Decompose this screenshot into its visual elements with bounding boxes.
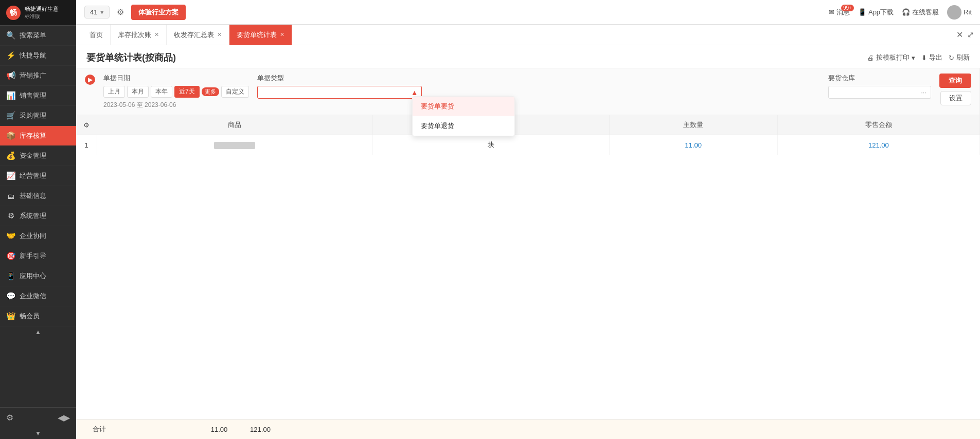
scroll-down-icon[interactable]: ▼ xyxy=(34,429,42,438)
close-tab-order-summary[interactable]: ✕ xyxy=(280,31,284,38)
close-all-tabs-button[interactable]: ✕ xyxy=(956,30,963,40)
export-action[interactable]: ⬇ 导出 xyxy=(921,53,942,62)
sidebar-item-inventory[interactable]: 📦 库存核算 xyxy=(0,126,76,146)
scroll-up-icon[interactable]: ▲ xyxy=(34,327,42,337)
custom-date-btn[interactable]: 自定义 xyxy=(221,86,249,98)
last-month-btn[interactable]: 上月 xyxy=(103,86,125,98)
message-item[interactable]: ✉ 消息 99+ xyxy=(829,8,850,17)
cell-unit: 块 xyxy=(372,135,609,155)
warehouse-input[interactable]: ··· xyxy=(828,86,931,99)
sidebar-item-cooperation[interactable]: 🤝 企业协同 xyxy=(0,226,76,246)
type-filter-row: ▲ xyxy=(257,86,820,99)
print-action[interactable]: 🖨 按模板打印 ▾ xyxy=(867,53,915,62)
headset-icon: 🎧 xyxy=(902,8,910,16)
sidebar-scroll-down[interactable]: ▼ xyxy=(0,428,76,439)
sidebar-item-search[interactable]: 🔍 搜索菜单 xyxy=(0,26,76,46)
sidebar-item-label-inventory: 库存核算 xyxy=(20,131,46,140)
col-product: 商品 xyxy=(97,115,372,135)
user-avatar[interactable]: Rit xyxy=(947,5,972,20)
sidebar-item-membership[interactable]: 👑 畅会员 xyxy=(0,306,76,326)
refresh-action[interactable]: ↻ 刷新 xyxy=(949,53,970,62)
sidebar-item-label-system: 系统管理 xyxy=(20,211,46,221)
chevron-up-icon[interactable]: ▲ xyxy=(408,88,421,97)
page-title: 要货单统计表(按商品) xyxy=(86,51,176,64)
type-dropdown: 要货单要货 要货单退货 xyxy=(412,96,515,136)
type-filter-input[interactable]: ▲ xyxy=(257,86,422,99)
tab-inventory-batch[interactable]: 库存批次账✕ xyxy=(111,25,167,45)
tab-order-summary[interactable]: 要货单统计表✕ xyxy=(229,25,292,45)
membership-icon: 👑 xyxy=(6,312,15,321)
query-button[interactable]: 查询 xyxy=(939,74,971,88)
logo-title: 畅捷通好生意 xyxy=(25,5,59,13)
settings-button[interactable]: 设置 xyxy=(940,91,971,105)
close-tab-receivable-summary[interactable]: ✕ xyxy=(217,31,222,38)
close-tab-inventory-batch[interactable]: ✕ xyxy=(154,31,159,38)
last-7-days-btn[interactable]: 近7天 xyxy=(174,86,200,98)
table-area: ⚙ 商品 主计量单位 主数量 零售金额 1 块 11.00 121.00 xyxy=(76,115,980,419)
data-table: ⚙ 商品 主计量单位 主数量 零售金额 1 块 11.00 121.00 xyxy=(76,115,980,155)
tab-number-selector[interactable]: 41 ▾ xyxy=(84,6,110,19)
refresh-icon: ↻ xyxy=(949,54,954,62)
type-input-field[interactable] xyxy=(258,86,408,98)
sidebar-scroll-up[interactable]: ▲ xyxy=(0,326,76,338)
cooperation-icon: 🤝 xyxy=(6,231,15,241)
search-icon: 🔍 xyxy=(6,31,15,40)
sidebar-item-system[interactable]: ⚙ 系统管理 xyxy=(0,206,76,226)
online-service-item[interactable]: 🎧 在线客服 xyxy=(902,8,939,17)
date-filter-group: 单据日期 上月 本月 本年 近7天 更多 自定义 2023-05-06 至 20… xyxy=(103,74,249,109)
message-badge: 99+ xyxy=(841,5,854,11)
sidebar-item-basic-info[interactable]: 🗂 基础信息 xyxy=(0,186,76,206)
sidebar-item-label-operations: 经营管理 xyxy=(20,171,46,180)
page-header: 要货单统计表(按商品) 🖨 按模板打印 ▾ ⬇ 导出 ↻ 刷新 xyxy=(76,45,980,68)
dropdown-item-order-return[interactable]: 要货单退货 xyxy=(413,116,514,136)
trial-button[interactable]: 体验行业方案 xyxy=(131,5,186,20)
tab-receivable-summary[interactable]: 收发存汇总表✕ xyxy=(167,25,229,45)
more-badge[interactable]: 更多 xyxy=(202,87,219,96)
user-name: Rit xyxy=(964,8,972,16)
filter-bar: ▶ 单据日期 上月 本月 本年 近7天 更多 自定义 2023-05-06 至 … xyxy=(76,68,980,115)
col-settings[interactable]: ⚙ xyxy=(76,115,97,135)
sidebar-item-sales[interactable]: 📊 销售管理 xyxy=(0,86,76,106)
print-chevron-icon: ▾ xyxy=(912,54,915,62)
sidebar-item-label-quick-nav: 快捷导航 xyxy=(20,51,46,60)
tab-home[interactable]: 首页 xyxy=(82,25,111,45)
sidebar-item-operations[interactable]: 📈 经营管理 xyxy=(0,166,76,186)
sidebar-item-purchase[interactable]: 🛒 采购管理 xyxy=(0,106,76,126)
tab-label-receivable-summary: 收发存汇总表 xyxy=(174,30,214,40)
warehouse-filter-group: 要货仓库 ··· xyxy=(828,74,931,99)
sidebar-item-label-app-center: 应用中心 xyxy=(20,271,46,281)
settings-icon[interactable]: ⚙ xyxy=(6,413,13,423)
system-icon: ⚙ xyxy=(6,211,15,221)
sidebar-item-app-center[interactable]: 📱 应用中心 xyxy=(0,266,76,286)
wechat-icon: 💬 xyxy=(6,291,15,301)
date-range-display: 2023-05-06 至 2023-06-06 xyxy=(103,101,249,109)
sidebar-item-label-sales: 销售管理 xyxy=(20,91,46,100)
sidebar-item-label-guide: 新手引导 xyxy=(20,251,46,261)
table-header-row: ⚙ 商品 主计量单位 主数量 零售金额 xyxy=(76,115,980,135)
gear-button[interactable]: ⚙ xyxy=(115,5,126,19)
date-filter-label: 单据日期 xyxy=(103,74,249,83)
sidebar-item-wechat[interactable]: 💬 企业微信 xyxy=(0,286,76,306)
this-month-btn[interactable]: 本月 xyxy=(127,86,149,98)
guide-icon: 🎯 xyxy=(6,251,15,261)
collapse-icon[interactable]: ◀▶ xyxy=(58,413,70,423)
message-icon: ✉ xyxy=(829,8,834,16)
dropdown-item-order-goods[interactable]: 要货单要货 xyxy=(413,97,514,116)
table-body: 1 块 11.00 121.00 xyxy=(76,135,980,155)
sidebar-item-guide[interactable]: 🎯 新手引导 xyxy=(0,246,76,266)
app-download-item[interactable]: 📱 App下载 xyxy=(858,8,894,17)
chevron-down-icon: ▾ xyxy=(100,8,104,16)
operations-icon: 📈 xyxy=(6,171,15,180)
sidebar: 畅 畅捷通好生意 标准版 🔍 搜索菜单 ⚡ 快捷导航 📢 营销推广 📊 销售管理… xyxy=(0,0,76,439)
this-year-btn[interactable]: 本年 xyxy=(151,86,172,98)
sidebar-item-finance[interactable]: 💰 资金管理 xyxy=(0,146,76,166)
main-area: 41 ▾ ⚙ 体验行业方案 ✉ 消息 99+ 📱 App下载 🎧 在线客服 R xyxy=(76,0,980,439)
filter-expand-button[interactable]: ▶ xyxy=(85,75,95,85)
content-area: 要货单统计表(按商品) 🖨 按模板打印 ▾ ⬇ 导出 ↻ 刷新 ▶ xyxy=(76,45,980,439)
sidebar-item-quick-nav[interactable]: ⚡ 快捷导航 xyxy=(0,46,76,66)
sidebar-item-marketing[interactable]: 📢 营销推广 xyxy=(0,66,76,86)
cell-index: 1 xyxy=(76,135,97,155)
expand-tabs-button[interactable]: ⤢ xyxy=(967,30,974,40)
tab-count: 41 xyxy=(90,8,97,16)
warehouse-dots-icon[interactable]: ··· xyxy=(921,88,926,96)
